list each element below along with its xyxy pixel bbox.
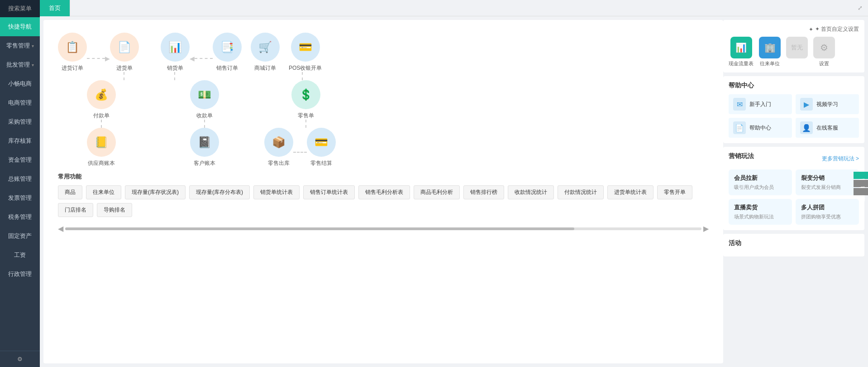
func-btn-sales-profit[interactable]: 销售毛利分析表 bbox=[358, 185, 410, 199]
marketing-item-fission[interactable]: 裂变分销 裂变式发展分销商 bbox=[796, 169, 859, 195]
func-btn-stock-status[interactable]: 现存量(库存状况表) bbox=[125, 185, 186, 199]
flow-node-purchase-order[interactable]: 📋 进货订单 bbox=[58, 33, 87, 72]
help-item-video[interactable]: ▶ 视频学习 bbox=[796, 94, 859, 114]
marketing-item-member[interactable]: 会员拉新 吸引用户成为会员 bbox=[729, 169, 792, 195]
help-center-icon: 📄 bbox=[733, 121, 746, 134]
flow-node-retail-bill[interactable]: 💲 零售单 bbox=[291, 80, 320, 120]
right-panel: ✦ ✦ 首页自定义设置 📊 现金流量表 🏢 往来单位 暂无 bbox=[723, 16, 868, 367]
sidebar-item-ecommerce[interactable]: 电商管理 bbox=[0, 93, 40, 112]
sidebar-item-invoice[interactable]: 发票管理 bbox=[0, 188, 40, 208]
float-btn-community[interactable]: 服务社区 bbox=[854, 180, 868, 187]
marketing-card: 营销玩法 更多营销玩法 > 会员拉新 吸引用户成为会员 裂变分销 裂变式发展分销… bbox=[723, 147, 864, 230]
func-btn-payment-stat[interactable]: 付款情况统计 bbox=[558, 185, 604, 199]
sidebar-item-wholesale[interactable]: 批发管理 ▾ bbox=[0, 55, 40, 74]
settings-quick-label: 设置 bbox=[819, 60, 829, 67]
func-btn-sales-stat[interactable]: 销货单统计表 bbox=[253, 185, 300, 199]
sidebar-item-admin[interactable]: 行政管理 bbox=[0, 265, 40, 284]
scroll-thumb bbox=[65, 227, 574, 230]
flow-node-customer-account[interactable]: 📓 客户账本 bbox=[190, 128, 219, 167]
flow-node-sales-order[interactable]: 📑 销售订单 bbox=[213, 33, 242, 72]
customize-icon: ✦ bbox=[809, 26, 813, 33]
float-btn-desktop[interactable]: 桌面快捷 bbox=[854, 188, 868, 195]
member-desc: 吸引用户成为会员 bbox=[734, 184, 787, 191]
marketing-item-group[interactable]: 多人拼团 拼团购物享受优惠 bbox=[796, 199, 859, 225]
flow-node-pos[interactable]: 💳 POS收银开单 bbox=[289, 33, 322, 72]
sidebar-item-assets[interactable]: 固定资产 bbox=[0, 227, 40, 246]
live-desc: 场景式购物新玩法 bbox=[734, 213, 787, 220]
sidebar-item-ecommerce-small[interactable]: 小畅电商 bbox=[0, 74, 40, 93]
sidebar-item-ledger[interactable]: 总账管理 bbox=[0, 169, 40, 188]
scroll-right-icon[interactable]: ▶ bbox=[703, 224, 709, 233]
quick-access-card: ✦ ✦ 首页自定义设置 📊 现金流量表 🏢 往来单位 暂无 bbox=[723, 20, 864, 72]
common-func-section: 常用功能 商品 往来单位 现存量(库存状况表) 现存量(库存分布表) 销货单统计… bbox=[51, 167, 716, 222]
tab-home[interactable]: 首页 bbox=[40, 0, 70, 16]
quick-icon-cashflow[interactable]: 📊 现金流量表 bbox=[729, 37, 754, 67]
func-btn-contacts[interactable]: 往来单位 bbox=[86, 185, 121, 199]
retail-bill-icon: 💲 bbox=[291, 80, 320, 109]
help-center-label: 帮助中心 bbox=[749, 124, 771, 132]
sidebar-item-purchase[interactable]: 采购管理 bbox=[0, 112, 40, 131]
flow-node-retail-out[interactable]: 📦 零售出库 bbox=[264, 128, 293, 167]
marketing-title: 营销玩法 bbox=[729, 152, 754, 160]
empty-icon: 暂无 bbox=[786, 37, 808, 58]
supplier-account-icon: 📒 bbox=[87, 128, 116, 157]
func-btn-goods-profit[interactable]: 商品毛利分析 bbox=[414, 185, 460, 199]
sidebar-item-salary[interactable]: 工资 bbox=[0, 246, 40, 265]
flow-node-sales[interactable]: 📊 销货单 bbox=[161, 33, 190, 72]
flow-node-supplier-account[interactable]: 📒 供应商账本 bbox=[87, 128, 116, 167]
common-func-title: 常用功能 bbox=[58, 173, 709, 181]
sidebar-settings[interactable]: ⚙ bbox=[0, 351, 40, 367]
payment-icon: 💰 bbox=[87, 80, 116, 109]
marketing-more-link[interactable]: 更多营销玩法 > bbox=[822, 155, 859, 163]
scroll-left-icon[interactable]: ◀ bbox=[58, 224, 63, 233]
quick-icon-settings[interactable]: ⚙ 设置 bbox=[813, 37, 835, 67]
member-title: 会员拉新 bbox=[734, 174, 787, 182]
flow-node-purchase[interactable]: 📄 进货单 bbox=[110, 33, 139, 72]
sidebar-item-inventory[interactable]: 库存核算 bbox=[0, 131, 40, 150]
sidebar-item-tax[interactable]: 税务管理 bbox=[0, 208, 40, 227]
content-area: 📋 进货订单 ▶ 📄 进货单 bbox=[40, 16, 868, 367]
online-label: 在线客服 bbox=[816, 124, 838, 132]
func-btn-goods[interactable]: 商品 bbox=[58, 185, 82, 199]
scrollbar-row: ◀ ▶ bbox=[51, 222, 716, 235]
func-btn-sales-order-stat[interactable]: 销售订单统计表 bbox=[303, 185, 355, 199]
float-btn-hotline[interactable]: 客服热线 bbox=[854, 172, 868, 179]
customize-label[interactable]: ✦ 首页自定义设置 bbox=[815, 25, 859, 33]
func-btn-retail-order[interactable]: 零售开单 bbox=[657, 185, 692, 199]
help-item-beginner[interactable]: ✉ 新手入门 bbox=[729, 94, 792, 114]
func-btn-receipt-stat[interactable]: 收款情况统计 bbox=[508, 185, 554, 199]
quick-icons-row: 📊 现金流量表 🏢 往来单位 暂无 ⚙ 设置 bbox=[729, 37, 859, 67]
func-btn-store-rank[interactable]: 门店排名 bbox=[58, 203, 93, 217]
sidebar-item-retail[interactable]: 零售管理 ▾ bbox=[0, 36, 40, 55]
tab-expand-icon[interactable]: ⤢ bbox=[852, 5, 868, 11]
settings-quick-icon: ⚙ bbox=[813, 37, 835, 58]
flow-node-mall-order[interactable]: 🛒 商城订单 bbox=[251, 33, 280, 72]
flow-node-payment[interactable]: 💰 付款单 bbox=[87, 80, 116, 120]
contacts-icon: 🏢 bbox=[759, 37, 781, 58]
arrow-icon: ▾ bbox=[32, 63, 34, 68]
activity-title: 活动 bbox=[729, 239, 859, 247]
fission-title: 裂变分销 bbox=[801, 174, 854, 182]
func-btn-purchase-stat[interactable]: 进货单统计表 bbox=[607, 185, 653, 199]
sidebar-item-quick-nav[interactable]: 快捷导航 bbox=[0, 17, 40, 36]
func-btn-guide-rank[interactable]: 导购排名 bbox=[97, 203, 132, 217]
help-card: 帮助中心 ✉ 新手入门 ▶ 视频学习 📄 帮助中心 👤 bbox=[723, 76, 864, 143]
func-btn-sales-rank[interactable]: 销售排行榜 bbox=[463, 185, 504, 199]
sidebar-item-label: 快捷导航 bbox=[8, 23, 32, 31]
func-btn-stock-dist[interactable]: 现存量(库存分布表) bbox=[189, 185, 250, 199]
help-item-center[interactable]: 📄 帮助中心 bbox=[729, 118, 792, 138]
help-item-online[interactable]: 👤 在线客服 bbox=[796, 118, 859, 138]
fission-desc: 裂变式发展分销商 bbox=[801, 184, 854, 191]
flow-node-retail-settle[interactable]: 💳 零售结算 bbox=[307, 128, 336, 167]
marketing-item-live[interactable]: 直播卖货 场景式购物新玩法 bbox=[729, 199, 792, 225]
flow-node-receipt[interactable]: 💵 收款单 bbox=[190, 80, 219, 120]
live-title: 直播卖货 bbox=[734, 203, 787, 212]
purchase-order-icon: 📋 bbox=[58, 33, 87, 62]
scroll-track[interactable] bbox=[65, 227, 701, 230]
sidebar-item-finance[interactable]: 资金管理 bbox=[0, 150, 40, 169]
sidebar-search[interactable]: 搜索菜单 bbox=[0, 0, 40, 17]
marketing-header: 营销玩法 更多营销玩法 > bbox=[729, 152, 859, 165]
quick-icon-empty[interactable]: 暂无 bbox=[786, 37, 808, 60]
func-grid: 商品 往来单位 现存量(库存状况表) 现存量(库存分布表) 销货单统计表 销售订… bbox=[58, 185, 709, 217]
quick-icon-contacts[interactable]: 🏢 往来单位 bbox=[759, 37, 781, 67]
